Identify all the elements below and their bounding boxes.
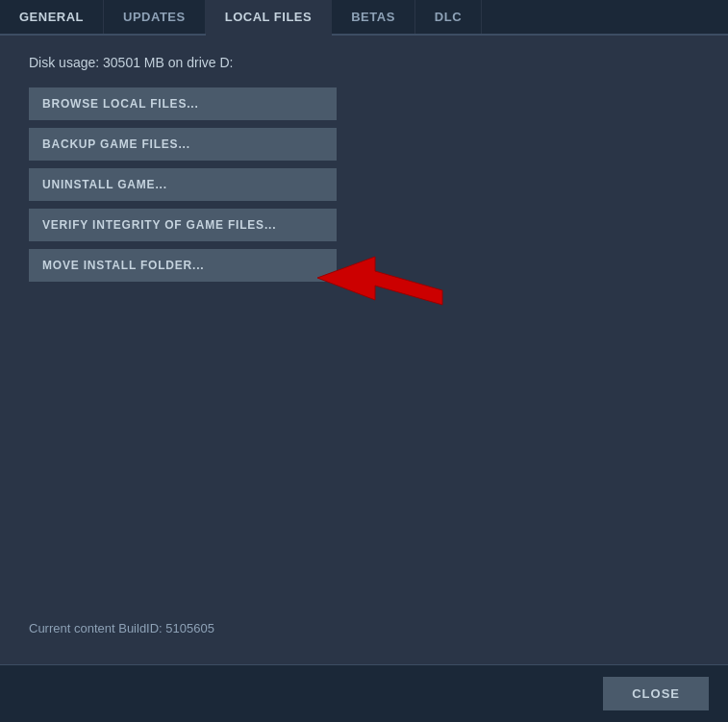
tabs-bar: GENERAL UPDATES LOCAL FILES BETAS DLC	[0, 0, 728, 36]
build-id-label: Current content BuildID: 5105605	[29, 621, 214, 635]
disk-usage-label: Disk usage: 30501 MB on drive D:	[29, 55, 699, 70]
footer-bar: CLOSE	[0, 664, 728, 722]
move-install-folder-button[interactable]: MOVE INSTALL FOLDER...	[29, 249, 337, 282]
main-content: Disk usage: 30501 MB on drive D: BROWSE …	[0, 36, 728, 664]
backup-game-files-button[interactable]: BACKUP GAME FILES...	[29, 128, 337, 161]
browse-local-files-button[interactable]: BROWSE LOCAL FILES...	[29, 87, 337, 120]
tab-local-files[interactable]: LOCAL FILES	[206, 0, 332, 36]
tab-general[interactable]: GENERAL	[0, 0, 104, 34]
steam-properties-window: GENERAL UPDATES LOCAL FILES BETAS DLC Di…	[0, 0, 728, 722]
verify-integrity-button[interactable]: VERIFY INTEGRITY OF GAME FILES...	[29, 209, 337, 241]
uninstall-game-button[interactable]: UNINSTALL GAME...	[29, 168, 337, 201]
tab-dlc[interactable]: DLC	[415, 0, 482, 34]
tab-updates[interactable]: UPDATES	[104, 0, 206, 34]
tab-betas[interactable]: BETAS	[332, 0, 415, 34]
close-button[interactable]: CLOSE	[603, 677, 709, 710]
